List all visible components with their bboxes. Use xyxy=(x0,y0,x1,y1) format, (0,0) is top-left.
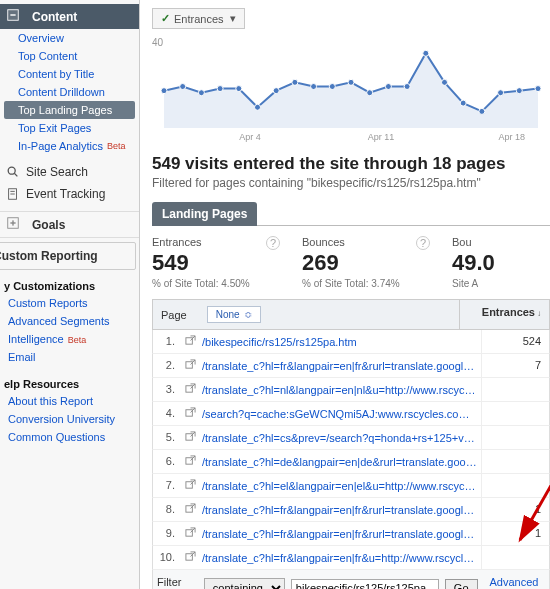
table-row: 5./translate_c?hl=cs&prev=/search?q=hond… xyxy=(152,426,550,450)
row-page-cell: /search?q=cache:sGeWCNQmi5AJ:www.rscycle… xyxy=(181,402,481,425)
row-page-link[interactable]: /translate_c?hl=de&langpair=en|de&rurl=t… xyxy=(202,456,477,468)
svg-point-22 xyxy=(385,84,391,90)
sidebar-item[interactable]: Content Drilldown xyxy=(0,83,139,101)
svg-point-23 xyxy=(404,84,410,90)
table-row: 9./translate_c?hl=fr&langpair=en|fr&rurl… xyxy=(152,522,550,546)
customization-link[interactable]: IntelligenceBeta xyxy=(0,330,139,348)
svg-rect-44 xyxy=(186,458,192,464)
sidebar-item[interactable]: Top Landing Pages xyxy=(4,101,135,119)
main-content: ✓ Entrances ▾ 40 Apr 4Apr 11Apr 18 549 v… xyxy=(140,0,550,589)
svg-rect-38 xyxy=(186,386,192,392)
beta-badge: Beta xyxy=(68,335,87,345)
nav-section-goals[interactable]: Goals xyxy=(0,211,139,238)
metric-dropdown[interactable]: ✓ Entrances ▾ xyxy=(152,8,245,29)
external-link-icon[interactable] xyxy=(185,503,196,516)
metrics-row: Entrances ? 549 % of Site Total: 4.50% B… xyxy=(152,236,550,289)
headline-subtitle: Filtered for pages containing "bikespeci… xyxy=(152,176,550,190)
help-link[interactable]: Conversion University xyxy=(0,410,139,428)
filter-value-input[interactable] xyxy=(291,579,439,589)
external-link-icon[interactable] xyxy=(185,335,196,348)
svg-point-29 xyxy=(516,88,522,94)
customization-link[interactable]: Custom Reports xyxy=(0,294,139,312)
advanced-filter-link[interactable]: Advanced Filter xyxy=(490,576,545,589)
external-link-icon[interactable] xyxy=(185,383,196,396)
sidebar-item[interactable]: Content by Title xyxy=(0,65,139,83)
row-page-cell: /translate_c?hl=fr&langpair=en|fr&rurl=t… xyxy=(181,522,481,545)
row-page-link[interactable]: /translate_c?hl=el&langpair=en|el&u=http… xyxy=(202,480,477,492)
filter-label: Filter Page: xyxy=(157,576,198,589)
filter-mode-select[interactable]: containing xyxy=(204,578,285,589)
row-page-link[interactable]: /bikespecific/rs125/rs125pa.htm xyxy=(202,336,357,348)
row-entrances: 1 xyxy=(481,498,549,521)
link-label: Advanced Segments xyxy=(8,315,110,327)
external-link-icon[interactable] xyxy=(185,551,196,564)
go-button[interactable]: Go xyxy=(445,579,478,589)
row-entrances xyxy=(481,450,549,473)
external-link-icon[interactable] xyxy=(185,431,196,444)
sidebar-item[interactable]: In-Page AnalyticsBeta xyxy=(0,137,139,155)
metric-label: Bou xyxy=(452,236,550,248)
external-link-icon[interactable] xyxy=(185,359,196,372)
beta-badge: Beta xyxy=(107,141,126,151)
help-icon[interactable]: ? xyxy=(416,236,430,250)
svg-point-26 xyxy=(460,100,466,106)
help-icon[interactable]: ? xyxy=(266,236,280,250)
customization-link[interactable]: Email xyxy=(0,348,139,366)
external-link-icon[interactable] xyxy=(185,455,196,468)
col-entrances-header[interactable]: Entrances↓ xyxy=(459,300,549,329)
search-icon xyxy=(6,165,20,179)
secondary-dimension-button[interactable]: None ≎ xyxy=(207,306,261,323)
sort-desc-icon: ↓ xyxy=(537,309,541,318)
row-page-link[interactable]: /translate_c?hl=fr&langpair=en|fr&u=http… xyxy=(202,552,477,564)
svg-point-2 xyxy=(8,167,15,174)
nav-site-search[interactable]: Site Search xyxy=(0,161,139,183)
row-entrances xyxy=(481,546,549,569)
row-page-cell: /translate_c?hl=el&langpair=en|el&u=http… xyxy=(181,474,481,497)
row-page-cell: /translate_c?hl=fr&langpair=en|fr&rurl=t… xyxy=(181,498,481,521)
external-link-icon[interactable] xyxy=(185,479,196,492)
svg-rect-46 xyxy=(186,482,192,488)
customization-link[interactable]: Advanced Segments xyxy=(0,312,139,330)
chevron-down-icon: ▾ xyxy=(230,12,236,25)
sidebar-item[interactable]: Top Content xyxy=(0,47,139,65)
sidebar-item[interactable]: Top Exit Pages xyxy=(0,119,139,137)
landing-pages-table: Page None ≎ Entrances↓ 1./bikespecific/r… xyxy=(152,299,550,589)
line-chart-svg: Apr 4Apr 11Apr 18 xyxy=(152,37,550,142)
metric-footer: % of Site Total: 3.74% xyxy=(302,278,452,289)
row-page-link[interactable]: /translate_c?hl=fr&langpair=en|fr&rurl=t… xyxy=(202,504,477,516)
row-number: 7. xyxy=(153,474,181,497)
svg-point-14 xyxy=(236,86,242,92)
row-entrances: 524 xyxy=(481,330,549,353)
svg-point-17 xyxy=(292,79,298,85)
row-entrances xyxy=(481,402,549,425)
external-link-icon[interactable] xyxy=(185,407,196,420)
row-page-cell: /bikespecific/rs125/rs125pa.htm xyxy=(181,330,481,353)
svg-point-12 xyxy=(198,90,204,96)
link-label: Intelligence xyxy=(8,333,64,345)
sparkline-chart: 40 Apr 4Apr 11Apr 18 xyxy=(152,37,550,142)
row-page-cell: /translate_c?hl=cs&prev=/search?q=honda+… xyxy=(181,426,481,449)
check-icon: ✓ xyxy=(161,12,170,25)
custom-reporting-card[interactable]: Custom Reporting xyxy=(0,242,136,270)
headline: 549 visits entered the site through 18 p… xyxy=(152,154,550,190)
sidebar-item-label: In-Page Analytics xyxy=(18,140,103,152)
svg-point-28 xyxy=(498,90,504,96)
nav-section-content[interactable]: Content xyxy=(0,4,139,29)
svg-text:Apr 11: Apr 11 xyxy=(368,132,395,142)
nav-event-tracking[interactable]: Event Tracking xyxy=(0,183,139,205)
row-page-link[interactable]: /translate_c?hl=fr&langpair=en|fr&rurl=t… xyxy=(202,360,477,372)
row-page-link[interactable]: /translate_c?hl=nl&langpair=en|nl&u=http… xyxy=(202,384,477,396)
svg-point-21 xyxy=(367,90,373,96)
row-page-cell: /translate_c?hl=de&langpair=en|de&rurl=t… xyxy=(181,450,481,473)
sidebar-item[interactable]: Overview xyxy=(0,29,139,47)
help-link[interactable]: About this Report xyxy=(0,392,139,410)
tab-landing-pages[interactable]: Landing Pages xyxy=(152,202,257,226)
row-number: 3. xyxy=(153,378,181,401)
external-link-icon[interactable] xyxy=(185,527,196,540)
row-page-link[interactable]: /search?q=cache:sGeWCNQmi5AJ:www.rscycle… xyxy=(202,408,477,420)
svg-rect-50 xyxy=(186,530,192,536)
row-page-link[interactable]: /translate_c?hl=cs&prev=/search?q=honda+… xyxy=(202,432,477,444)
help-link[interactable]: Common Questions xyxy=(0,428,139,446)
table-row: 10./translate_c?hl=fr&langpair=en|fr&u=h… xyxy=(152,546,550,570)
row-page-link[interactable]: /translate_c?hl=fr&langpair=en|fr&rurl=t… xyxy=(202,528,477,540)
